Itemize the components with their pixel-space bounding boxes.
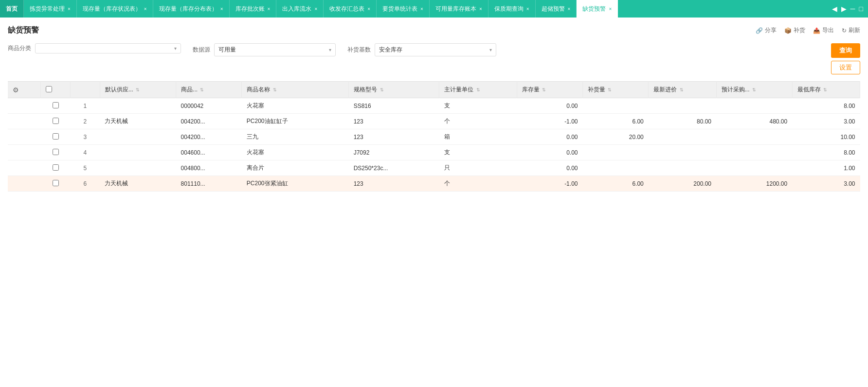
select-all-checkbox[interactable] [46, 86, 52, 92]
tab-demand-label: 要货单统计表 [382, 5, 417, 13]
row-spec: DS250*23c... [349, 160, 439, 176]
tab-next-button[interactable]: ▶ [839, 4, 849, 14]
row-name: 三九 [242, 129, 349, 145]
row-est-purchase [716, 129, 792, 145]
tab-shortage[interactable]: 缺货预警 × [577, 0, 618, 18]
col-name-label: 商品名称 [247, 86, 270, 93]
table-header-row: ⚙ 默认供应... ⇅ 商品... ⇅ 商品名称 ⇅ [8, 82, 860, 98]
tab-overstock[interactable]: 超储预警 × [536, 0, 577, 18]
tab-prev-button[interactable]: ◀ [830, 4, 839, 14]
col-stock[interactable]: 库存量 ⇅ [517, 82, 582, 98]
table-row: 1 0000042 火花塞 SS816 支 0.00 8.00 [8, 98, 860, 114]
tab-abnormal[interactable]: 拣货异常处理 × [24, 0, 77, 18]
col-supplier[interactable]: 默认供应... ⇅ [100, 82, 176, 98]
tab-inout-close[interactable]: × [314, 6, 317, 12]
tab-home[interactable]: 首页 [0, 0, 24, 18]
data-table: ⚙ 默认供应... ⇅ 商品... ⇅ 商品名称 ⇅ [8, 81, 860, 192]
refresh-label: 刷新 [849, 26, 860, 35]
tab-shortage-close[interactable]: × [609, 6, 612, 12]
row-code: 004800... [176, 160, 242, 176]
table-row: 6 力天机械 801110... PC200张紧油缸 123 个 -1.00 6… [8, 176, 860, 192]
category-chevron-icon: ▾ [174, 46, 177, 51]
category-filter-section: 商品分类 ▾ [8, 43, 181, 53]
tab-demand-close[interactable]: × [420, 6, 423, 12]
row-checkbox-cell [41, 129, 71, 145]
share-button[interactable]: 🔗 分享 [756, 26, 777, 35]
col-unit-sort-icon: ⇅ [476, 88, 480, 92]
replenish-button[interactable]: 📦 补货 [784, 26, 805, 35]
row-checkbox[interactable] [53, 118, 59, 124]
row-checkbox[interactable] [53, 149, 59, 155]
tab-expiry-close[interactable]: × [526, 6, 529, 12]
row-seq: 1 [71, 98, 100, 114]
row-replenish: 20.00 [582, 129, 648, 145]
tab-batch-close[interactable]: × [268, 6, 271, 12]
tab-demand[interactable]: 要货单统计表 × [377, 0, 430, 18]
row-latest-price: 200.00 [649, 176, 716, 192]
filter-row: 商品分类 ▾ 数据源 可用量 ▾ 补货基数 安全库存 ▾ 查询 设置 [8, 43, 860, 74]
col-est-purchase[interactable]: 预计采购... ⇅ [716, 82, 792, 98]
settings-button[interactable]: 设置 [831, 61, 860, 74]
row-est-purchase: 1200.00 [716, 176, 792, 192]
table-gear-icon[interactable]: ⚙ [13, 86, 19, 94]
tab-stock2-close[interactable]: × [220, 6, 223, 12]
tab-minimize-button[interactable]: ─ [849, 4, 857, 14]
row-min-stock: 8.00 [792, 98, 860, 114]
row-name: 火花塞 [242, 98, 349, 114]
refresh-button[interactable]: ↻ 刷新 [842, 26, 860, 35]
tab-stock1[interactable]: 现存量（库存状况表） × [77, 0, 153, 18]
row-est-purchase: 480.00 [716, 114, 792, 129]
tab-available[interactable]: 可用量库存账本 × [430, 0, 488, 18]
row-name: 火花塞 [242, 145, 349, 160]
row-supplier [100, 160, 176, 176]
export-button[interactable]: 📤 导出 [813, 26, 834, 35]
row-gear-cell [8, 129, 41, 145]
tab-stock2-label: 现存量（库存分布表） [159, 5, 217, 13]
tab-home-label: 首页 [6, 5, 18, 13]
row-est-purchase [716, 98, 792, 114]
query-button[interactable]: 查询 [831, 43, 860, 58]
row-checkbox-cell [41, 98, 71, 114]
col-latest-price[interactable]: 最新进价 ⇅ [649, 82, 716, 98]
replenish-base-select[interactable]: 安全库存 ▾ [375, 43, 496, 56]
col-replenish[interactable]: 补货量 ⇅ [582, 82, 648, 98]
tab-collect-close[interactable]: × [367, 6, 370, 12]
row-latest-price [649, 98, 716, 114]
row-checkbox[interactable] [53, 133, 59, 140]
col-min-stock-label: 最低库存 [797, 86, 821, 93]
row-latest-price [649, 160, 716, 176]
table-body: 1 0000042 火花塞 SS816 支 0.00 8.00 2 力天机械 0… [8, 98, 860, 192]
row-checkbox-cell [41, 145, 71, 160]
tab-collect[interactable]: 收发存汇总表 × [324, 0, 377, 18]
col-name[interactable]: 商品名称 ⇅ [242, 82, 349, 98]
col-latest-price-label: 最新进价 [653, 86, 677, 93]
row-checkbox-cell [41, 114, 71, 129]
col-unit[interactable]: 主计量单位 ⇅ [439, 82, 517, 98]
tab-batch[interactable]: 库存批次账 × [230, 0, 277, 18]
datasource-select[interactable]: 可用量 ▾ [214, 43, 336, 56]
col-spec[interactable]: 规格型号 ⇅ [349, 82, 439, 98]
tab-stock1-close[interactable]: × [144, 6, 147, 12]
tab-abnormal-close[interactable]: × [68, 6, 71, 12]
col-min-stock[interactable]: 最低库存 ⇅ [792, 82, 860, 98]
tab-collect-label: 收发存汇总表 [329, 5, 364, 13]
row-est-purchase [716, 145, 792, 160]
tab-expiry[interactable]: 保质期查询 × [488, 0, 536, 18]
tab-overstock-close[interactable]: × [568, 6, 571, 12]
row-unit: 个 [439, 176, 517, 192]
row-stock: -1.00 [517, 176, 582, 192]
category-select[interactable]: ▾ [35, 43, 181, 53]
tab-stock2[interactable]: 现存量（库存分布表） × [153, 0, 230, 18]
replenish-base-filter-section: 补货基数 安全库存 ▾ [347, 43, 496, 56]
tab-available-close[interactable]: × [479, 6, 482, 12]
col-checkbox [41, 82, 71, 98]
tab-maximize-button[interactable]: □ [857, 4, 865, 14]
col-code[interactable]: 商品... ⇅ [176, 82, 242, 98]
row-checkbox[interactable] [53, 164, 59, 171]
row-checkbox[interactable] [53, 180, 59, 186]
row-checkbox[interactable] [53, 102, 59, 108]
tab-inout[interactable]: 出入库流水 × [276, 0, 324, 18]
row-latest-price: 80.00 [649, 114, 716, 129]
row-replenish: 6.00 [582, 176, 648, 192]
col-seq [71, 82, 100, 98]
